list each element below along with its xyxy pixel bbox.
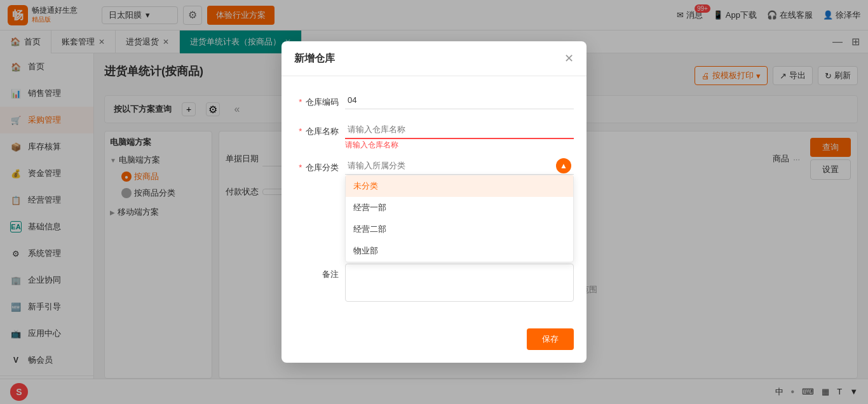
note-label: 备注 [294, 264, 345, 280]
note-input[interactable] [345, 264, 574, 302]
category-select-wrapper: ▲ 未分类 经营一部 经营二部 物业部 [345, 157, 574, 175]
modal-header: 新增仓库 ✕ [281, 41, 587, 76]
save-button[interactable]: 保存 [527, 328, 574, 350]
category-row: * 仓库分类 ▲ 未分类 经营一部 经营二部 物业部 [294, 157, 574, 175]
name-label: * 仓库名称 [294, 121, 345, 137]
dropdown-item-0[interactable]: 未分类 [346, 175, 573, 197]
modal-footer: 保存 [281, 328, 587, 363]
category-dropdown: 未分类 经营一部 经营二部 物业部 [345, 175, 574, 262]
category-label: * 仓库分类 [294, 157, 345, 173]
name-input[interactable] [345, 121, 574, 139]
modal-body: * 仓库编码 * 仓库名称 请输入仓库名称 * [281, 76, 587, 328]
required-star3: * [299, 163, 302, 172]
code-input[interactable] [345, 91, 574, 109]
dropdown-item-2[interactable]: 经营二部 [346, 219, 573, 240]
dropdown-item-1[interactable]: 经营一部 [346, 197, 573, 219]
required-star2: * [299, 126, 302, 136]
modal-close-button[interactable]: ✕ [564, 51, 574, 65]
name-error-msg: 请输入仓库名称 [345, 140, 398, 151]
note-row: 备注 [294, 264, 574, 302]
category-arrow-button[interactable]: ▲ [556, 158, 571, 173]
modal-title: 新增仓库 [294, 52, 335, 65]
name-row: * 仓库名称 请输入仓库名称 [294, 121, 574, 139]
code-row: * 仓库编码 [294, 91, 574, 109]
required-star: * [299, 97, 302, 107]
dropdown-item-3[interactable]: 物业部 [346, 240, 573, 262]
modal-overlay: 新增仓库 ✕ * 仓库编码 * 仓库名称 请输入仓库名称 [0, 0, 868, 404]
chevron-up-icon: ▲ [560, 161, 567, 170]
category-input[interactable] [345, 157, 574, 175]
new-warehouse-modal: 新增仓库 ✕ * 仓库编码 * 仓库名称 请输入仓库名称 [281, 41, 587, 363]
code-label: * 仓库编码 [294, 91, 345, 108]
